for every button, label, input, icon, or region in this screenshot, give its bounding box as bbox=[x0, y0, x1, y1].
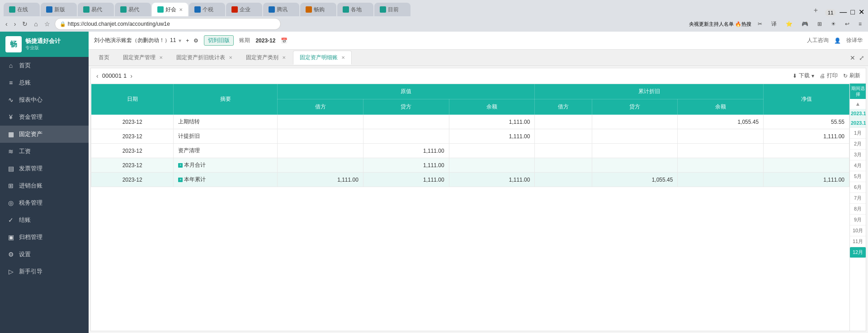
menu-button[interactable]: ≡ bbox=[856, 20, 864, 28]
period-month-3月[interactable]: 3月 bbox=[850, 150, 866, 160]
browser-tab-10[interactable]: 目前 bbox=[374, 3, 410, 16]
settings-button[interactable]: ☀ bbox=[828, 20, 839, 28]
period-month-2月[interactable]: 2月 bbox=[850, 139, 866, 150]
sidebar-logo: 畅 bbox=[5, 36, 22, 52]
prev-account-button[interactable]: ‹ bbox=[96, 72, 99, 80]
game-button[interactable]: 🎮 bbox=[799, 20, 811, 28]
print-button[interactable]: 🖨 打印 bbox=[820, 72, 838, 80]
cell-net-value: 1,111.00 bbox=[764, 173, 849, 187]
close-button[interactable]: ✕ bbox=[859, 8, 864, 16]
sidebar-item-设置[interactable]: ⚙设置 bbox=[0, 246, 89, 263]
period-month-12月[interactable]: 12月 bbox=[850, 247, 866, 258]
period-item-second[interactable]: 2023.12 bbox=[850, 118, 866, 128]
forward-button[interactable]: › bbox=[12, 19, 18, 28]
settings-account-icon[interactable]: ⚙ bbox=[193, 38, 198, 44]
new-tab-button[interactable]: + bbox=[810, 5, 821, 16]
address-field[interactable]: 🔒 https://cloud.chanjet.com/accounting/u… bbox=[55, 18, 281, 30]
reload-button[interactable]: ↻ bbox=[20, 19, 29, 28]
user-avatar[interactable]: 👤 bbox=[834, 38, 841, 44]
period-month-1月[interactable]: 1月 bbox=[850, 128, 866, 139]
cell-summary: +本月合计 bbox=[174, 158, 278, 173]
period-month-10月[interactable]: 10月 bbox=[850, 225, 866, 236]
bookmark-button[interactable]: ☆ bbox=[42, 19, 52, 28]
period-month-6月[interactable]: 6月 bbox=[850, 182, 866, 193]
content-tab-0[interactable]: 首页 bbox=[92, 51, 116, 64]
sidebar-item-归档管理[interactable]: ▣归档管理 bbox=[0, 229, 89, 246]
period-month-4月[interactable]: 4月 bbox=[850, 160, 866, 171]
refresh-button[interactable]: ↻ 刷新 bbox=[843, 72, 860, 80]
period-month-7月[interactable]: 7月 bbox=[850, 193, 866, 204]
sidebar-item-固定资产[interactable]: ▦固定资产 bbox=[0, 126, 89, 143]
sidebar-item-工资[interactable]: ≋工资 bbox=[0, 143, 89, 160]
app-container: 畅 畅捷通好会计 专业版 ⌂首页≡总账∿报表中心¥资金管理▦固定资产≋工资▤发票… bbox=[0, 32, 868, 333]
home-nav-button[interactable]: ⌂ bbox=[32, 19, 39, 28]
period-item-selected[interactable]: 2023.12 bbox=[850, 109, 866, 118]
download-button[interactable]: ⬇ 下载 ▾ bbox=[793, 72, 814, 80]
close-tab-2[interactable]: ✕ bbox=[229, 55, 232, 60]
sidebar-item-新手引导[interactable]: ▷新手引导 bbox=[0, 263, 89, 280]
minimize-button[interactable]: — bbox=[840, 8, 847, 16]
star-button[interactable]: ⭐ bbox=[783, 20, 795, 28]
content-tab-2[interactable]: 固定资产折旧统计表✕ bbox=[170, 51, 239, 64]
browser-actions: 央视更新主持人名单 🔥热搜 ✂ 译 ⭐ 🎮 ⊞ ☀ ↩ ≡ bbox=[689, 19, 864, 29]
maximize-button[interactable]: □ bbox=[850, 8, 855, 16]
next-account-button[interactable]: › bbox=[130, 72, 132, 80]
sidebar-item-进销台账[interactable]: ⊞进销台账 bbox=[0, 177, 89, 194]
cell-net-value: 1,111.00 bbox=[764, 129, 849, 144]
browser-tab-2[interactable]: 易代 bbox=[78, 3, 114, 16]
translate-button[interactable]: 译 bbox=[769, 19, 779, 29]
sidebar-label-4: 固定资产 bbox=[19, 130, 42, 138]
action-buttons: ⬇ 下载 ▾ 🖨 打印 ↻ 刷新 bbox=[793, 72, 860, 80]
browser-tab-5[interactable]: 个税 bbox=[189, 3, 225, 16]
period-panel-title: 期间选择 bbox=[850, 84, 866, 99]
content-tab-4[interactable]: 固定资产明细账✕ bbox=[293, 51, 352, 65]
close-all-tabs-button[interactable]: ✕ bbox=[850, 54, 855, 61]
undo-button[interactable]: ↩ bbox=[842, 20, 852, 28]
switch-version-button[interactable]: 切到旧版 bbox=[204, 35, 234, 46]
period-month-8月[interactable]: 8月 bbox=[850, 204, 866, 215]
customer-service-link[interactable]: 人工咨询 bbox=[807, 37, 829, 44]
browser-tab-4[interactable]: 好会✕ bbox=[152, 3, 188, 16]
scissors-button[interactable]: ✂ bbox=[755, 20, 765, 28]
dropdown-arrow[interactable]: ▾ bbox=[179, 38, 181, 44]
sidebar-item-总账[interactable]: ≡总账 bbox=[0, 74, 89, 91]
calendar-icon[interactable]: 📅 bbox=[281, 38, 288, 44]
sidebar-item-首页[interactable]: ⌂首页 bbox=[0, 57, 89, 74]
th-accumulated: 累计折旧 bbox=[535, 84, 764, 99]
sidebar-icon-4: ▦ bbox=[7, 131, 14, 138]
download-icon: ⬇ bbox=[793, 73, 797, 79]
period-month-9月[interactable]: 9月 bbox=[850, 215, 866, 225]
cell-accum-debit bbox=[535, 115, 592, 129]
close-tab-3[interactable]: ✕ bbox=[282, 55, 286, 60]
cell-orig-credit: 1,111.00 bbox=[363, 173, 449, 187]
sidebar: 畅 畅捷通好会计 专业版 ⌂首页≡总账∿报表中心¥资金管理▦固定资产≋工资▤发票… bbox=[0, 32, 89, 333]
sidebar-item-发票管理[interactable]: ▤发票管理 bbox=[0, 160, 89, 177]
expand-button[interactable]: ⤢ bbox=[859, 54, 864, 61]
browser-tab-9[interactable]: 各地 bbox=[337, 3, 373, 16]
close-tab-4[interactable]: ✕ bbox=[341, 55, 345, 60]
sidebar-icon-0: ⌂ bbox=[7, 62, 14, 69]
browser-tab-6[interactable]: 企业 bbox=[226, 3, 262, 16]
period-scroll-up[interactable]: ▲ bbox=[850, 99, 866, 109]
cell-date: 2023-12 bbox=[91, 158, 174, 173]
browser-tab-8[interactable]: 畅购 bbox=[300, 3, 336, 16]
browser-tab-0[interactable]: 在线 bbox=[4, 3, 40, 16]
sidebar-item-资金管理[interactable]: ¥资金管理 bbox=[0, 108, 89, 126]
sidebar-item-结账[interactable]: ✓结账 bbox=[0, 211, 89, 229]
tab-bar: 在线新版易代易代好会✕个税企业腾讯畅购各地目前 + 11 — □ ✕ bbox=[0, 0, 868, 16]
cell-orig-credit bbox=[363, 129, 449, 144]
add-account-icon[interactable]: + bbox=[186, 38, 189, 44]
grid-button[interactable]: ⊞ bbox=[815, 20, 825, 28]
content-tab-3[interactable]: 固定资产类别✕ bbox=[240, 51, 292, 64]
sidebar-item-税务管理[interactable]: ◎税务管理 bbox=[0, 194, 89, 211]
browser-tab-3[interactable]: 易代 bbox=[115, 3, 151, 16]
back-button[interactable]: ‹ bbox=[4, 19, 9, 28]
period-month-5月[interactable]: 5月 bbox=[850, 171, 866, 182]
browser-tab-7[interactable]: 腾讯 bbox=[263, 3, 299, 16]
period-month-11月[interactable]: 11月 bbox=[850, 236, 866, 247]
browser-tab-1[interactable]: 新版 bbox=[41, 3, 77, 16]
sidebar-item-报表中心[interactable]: ∿报表中心 bbox=[0, 91, 89, 108]
content-tab-1[interactable]: 固定资产管理✕ bbox=[117, 51, 169, 64]
search-box[interactable]: 央视更新主持人名单 🔥热搜 bbox=[689, 21, 751, 28]
close-tab-1[interactable]: ✕ bbox=[159, 55, 163, 60]
